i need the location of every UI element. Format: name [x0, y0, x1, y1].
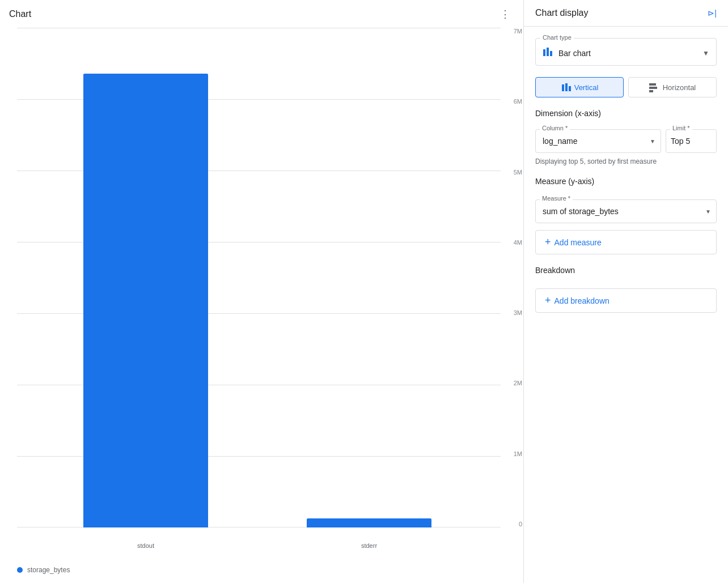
svg-rect-0	[543, 49, 545, 56]
y-axis-label: 1M	[514, 451, 522, 457]
add-measure-button[interactable]: + Add measure	[535, 230, 717, 254]
svg-rect-4	[565, 83, 568, 91]
svg-rect-3	[562, 84, 564, 91]
chart-type-label: Chart type	[540, 34, 574, 41]
y-axis-label: 7M	[514, 28, 522, 35]
y-axis-label: 6M	[514, 99, 522, 105]
limit-label: Limit *	[670, 125, 692, 131]
y-axis-label: 2M	[514, 380, 522, 386]
column-select-wrapper: Column * log_name	[535, 129, 661, 153]
chart-type-dropdown-icon: ▼	[702, 49, 709, 57]
vertical-label: Vertical	[574, 83, 599, 92]
y-axis-label: 3M	[514, 310, 522, 316]
measure-select[interactable]: sum of storage_bytes	[535, 199, 717, 223]
bar-group-stdout	[34, 34, 257, 527]
bar-stderr	[307, 518, 431, 527]
display-header: Chart display ⊳|	[524, 0, 728, 27]
orientation-buttons: Vertical Horizontal	[535, 77, 717, 97]
chart-type-section: Chart type Bar chart ▼	[535, 38, 717, 66]
svg-rect-5	[569, 86, 571, 91]
y-axis-label: 5M	[514, 169, 522, 176]
horizontal-icon	[649, 82, 659, 92]
breakdown-section: Breakdown + Add breakdown	[535, 266, 717, 313]
legend-label: storage_bytes	[27, 566, 70, 574]
more-icon: ⋮	[500, 8, 510, 20]
horizontal-button[interactable]: Horizontal	[628, 77, 717, 97]
breakdown-header: Breakdown	[535, 266, 717, 275]
add-breakdown-label: Add breakdown	[555, 296, 610, 305]
chart-panel: Chart ⋮ 7M 6M 5M 4M 3M 2M 1M 0	[0, 0, 524, 583]
chart-header: Chart ⋮	[0, 0, 523, 28]
svg-rect-8	[649, 90, 653, 92]
dimension-field-row: Column * log_name Limit *	[535, 129, 717, 153]
y-axis-label: 4M	[514, 240, 522, 246]
add-measure-label: Add measure	[555, 238, 602, 247]
bars-area	[17, 34, 498, 527]
limit-input[interactable]	[666, 129, 717, 153]
display-content: Chart type Bar chart ▼	[524, 27, 728, 324]
horizontal-label: Horizontal	[663, 83, 696, 92]
x-label: stderr	[257, 540, 481, 550]
bar-chart-icon	[543, 46, 554, 59]
collapse-button[interactable]: ⊳|	[708, 8, 717, 18]
chart-legend: storage_bytes	[0, 561, 523, 583]
column-select[interactable]: log_name	[535, 129, 661, 153]
x-axis-labels: stdout stderr	[17, 540, 498, 550]
svg-rect-6	[649, 83, 656, 86]
collapse-icon: ⊳|	[708, 8, 717, 18]
plus-icon: +	[545, 236, 551, 248]
chart-type-value: Bar chart	[558, 49, 698, 58]
chart-title: Chart	[9, 9, 31, 19]
bar-stdout	[83, 74, 208, 527]
chart-more-button[interactable]: ⋮	[496, 5, 514, 23]
column-field: Column * log_name	[535, 129, 661, 153]
column-label: Column *	[540, 125, 570, 131]
display-panel: Chart display ⊳| Chart type Bar chart ▼	[524, 0, 728, 583]
dimension-info: Displaying top 5, sorted by first measur…	[535, 158, 717, 165]
dimension-section: Dimension (x-axis) Column * log_name Lim…	[535, 109, 717, 165]
chart-type-select[interactable]: Chart type Bar chart ▼	[535, 38, 717, 66]
measure-section: Measure (y-axis) Measure * sum of storag…	[535, 177, 717, 254]
limit-field: Limit *	[666, 129, 717, 153]
measure-field: Measure * sum of storage_bytes	[535, 199, 717, 223]
svg-rect-1	[547, 48, 549, 56]
bar-group-stderr	[257, 34, 481, 527]
plus-icon: +	[545, 295, 551, 307]
x-label: stdout	[34, 540, 257, 550]
measure-select-wrapper: Measure * sum of storage_bytes	[535, 199, 717, 223]
svg-rect-2	[550, 51, 552, 56]
grid-line	[17, 28, 501, 28]
add-breakdown-button[interactable]: + Add breakdown	[535, 288, 717, 313]
chart-area: 7M 6M 5M 4M 3M 2M 1M 0 stdout	[0, 28, 523, 561]
vertical-button[interactable]: Vertical	[535, 77, 624, 97]
svg-rect-7	[649, 87, 657, 89]
legend-dot	[17, 567, 23, 573]
dimension-header: Dimension (x-axis)	[535, 109, 717, 118]
vertical-icon	[561, 82, 571, 92]
y-axis-label: 0	[519, 521, 522, 527]
measure-header: Measure (y-axis)	[535, 177, 717, 186]
display-panel-title: Chart display	[535, 8, 588, 18]
measure-label: Measure *	[540, 195, 573, 202]
